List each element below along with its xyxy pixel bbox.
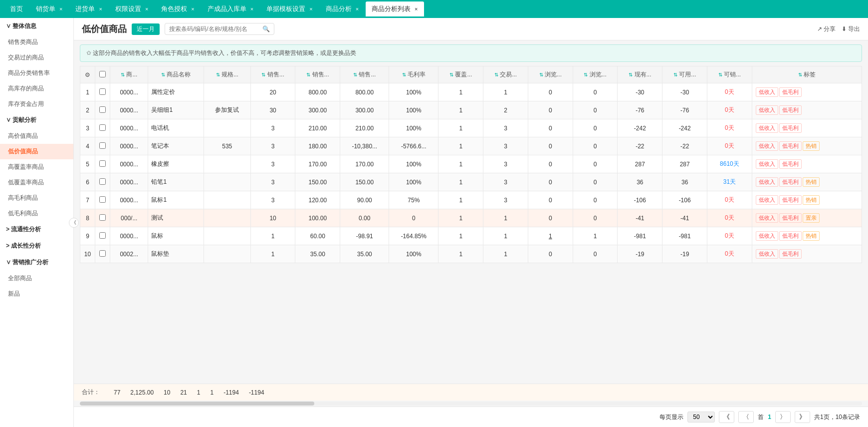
close-icon[interactable]: × [99,6,102,12]
nav-product-analysis[interactable]: 商品分析 × [320,1,365,16]
next-page-btn[interactable]: 〉 [775,411,791,423]
table-row: 7 0000... 鼠标1 3 120.00 90.00 75% 1 3 0 0… [80,191,862,209]
prev-page-btn[interactable]: 〈 [738,411,754,423]
share-btn[interactable]: ↗ 分享 [817,25,836,33]
sidebar-item-high-margin[interactable]: 高毛利商品 [0,190,73,206]
row-checkbox[interactable] [95,209,110,227]
sidebar-item-high-coverage[interactable]: 高覆盖率商品 [0,159,73,175]
sidebar-item-low-margin[interactable]: 低毛利商品 [0,206,73,221]
search-box[interactable]: 🔍 [165,23,274,35]
row-tags: 低收入低毛利热销 [752,191,862,209]
row-name: 鼠标1 [148,191,204,209]
col-spec[interactable]: ⇅ 规格... [204,66,250,83]
row-browse1: 0 [528,137,573,155]
row-checkbox[interactable] [95,173,110,191]
row-name: 鼠标 [148,227,204,245]
row-select-checkbox[interactable] [99,214,106,221]
row-checkbox[interactable] [95,101,110,119]
sidebar-item-new-products[interactable]: 新品 [0,286,73,302]
page-size-select[interactable]: 50 100 200 [687,412,715,423]
table-area[interactable]: ⚙ ⇅ 商... ⇅ 商品名称 ⇅ 规格... ⇅ 销售... ⇅ 销售... … [74,66,868,384]
nav-home[interactable]: 首页 [4,1,29,16]
close-icon[interactable]: × [145,6,148,12]
row-checkbox[interactable] [95,119,110,137]
sidebar-group-flow[interactable]: > 流通性分析 [0,221,73,238]
row-select-checkbox[interactable] [99,250,106,257]
table-row: 3 0000... 电话机 3 210.00 210.00 100% 1 3 0… [80,119,862,137]
nav-template[interactable]: 单据模板设置 × [260,1,318,16]
col-margin[interactable]: ⇅ 毛利率 [389,66,438,83]
close-icon[interactable]: × [59,6,62,12]
nav-product-list[interactable]: 商品分析列表 × [366,1,424,16]
row-qty: 3 [250,173,295,191]
sidebar-item-high-stock[interactable]: 高库存的商品 [0,81,73,96]
sidebar-group-contribution[interactable]: ∨ 贡献分析 [0,112,73,128]
row-select-checkbox[interactable] [99,142,106,149]
col-qty[interactable]: ⇅ 销售... [250,66,295,83]
row-checkbox[interactable] [95,137,110,155]
row-select-checkbox[interactable] [99,196,106,203]
footer-cover: 10 [164,389,170,396]
sidebar-collapse-btn[interactable]: 《 [69,218,79,228]
row-price: 180.00 [295,137,340,155]
nav-sales[interactable]: 销货单 × [30,1,68,16]
close-icon[interactable]: × [191,6,194,12]
row-code: 0000... [110,227,148,245]
col-tags[interactable]: ⇅ 标签 [752,66,862,83]
row-select-checkbox[interactable] [99,232,106,239]
row-spec: 参加复试 [204,101,250,119]
sidebar-item-stock-fund[interactable]: 库存资金占用 [0,96,73,112]
row-spec [204,227,250,245]
settings-icon[interactable]: ⚙ [85,71,90,78]
sidebar-group-overall[interactable]: ∨ 整体信息 [0,18,73,34]
col-price[interactable]: ⇅ 销售... [295,66,340,83]
row-select-checkbox[interactable] [99,124,106,131]
sidebar-item-high-value[interactable]: 高价值商品 [0,128,73,144]
search-icon[interactable]: 🔍 [262,25,270,32]
sidebar-item-category-rate[interactable]: 商品分类销售率 [0,65,73,81]
filter-recent-btn[interactable]: 近一月 [132,23,160,35]
last-page-btn[interactable]: 》 [795,411,810,423]
row-checkbox[interactable] [95,83,110,101]
row-select-checkbox[interactable] [99,106,106,113]
search-input[interactable] [169,25,260,32]
col-code[interactable]: ⇅ 商... [110,66,148,83]
browse-link[interactable]: 1 [549,233,552,240]
sidebar-group-marketing[interactable]: ∨ 营销推广分析 [0,254,73,271]
col-cover[interactable]: ⇅ 覆盖... [438,66,483,83]
sidebar-item-low-coverage[interactable]: 低覆盖率商品 [0,175,73,190]
row-select-checkbox[interactable] [99,88,106,95]
col-browse1[interactable]: ⇅ 浏览... [528,66,573,83]
close-icon[interactable]: × [415,6,418,12]
row-checkbox[interactable] [95,155,110,173]
sidebar-item-traded[interactable]: 交易过的商品 [0,50,73,65]
close-icon[interactable]: × [356,6,359,12]
nav-product-in[interactable]: 产成品入库单 × [202,1,259,16]
nav-permission[interactable]: 权限设置 × [109,1,154,16]
col-amount[interactable]: ⇅ 销售... [340,66,389,83]
export-btn[interactable]: ⬇ 导出 [842,25,860,33]
sidebar-item-low-value[interactable]: 低价值商品 [0,144,73,159]
row-checkbox[interactable] [95,191,110,209]
col-browse2[interactable]: ⇅ 浏览... [573,66,618,83]
first-page-btn[interactable]: 《 [719,411,734,423]
row-select-checkbox[interactable] [99,160,106,167]
sidebar-group-growth[interactable]: > 成长性分析 [0,238,73,254]
sidebar-item-all-products[interactable]: 全部商品 [0,271,73,286]
col-name[interactable]: ⇅ 商品名称 [148,66,204,83]
col-stock[interactable]: ⇅ 现有... [618,66,662,83]
select-all-checkbox[interactable] [99,71,106,77]
scrollbar-thumb[interactable] [80,402,314,406]
close-icon[interactable]: × [309,6,312,12]
row-checkbox[interactable] [95,227,110,245]
close-icon[interactable]: × [250,6,253,12]
nav-purchase[interactable]: 进货单 × [69,1,108,16]
col-days[interactable]: ⇅ 可销... [707,66,752,83]
col-avail[interactable]: ⇅ 可用... [662,66,707,83]
row-checkbox[interactable] [95,245,110,263]
col-trade[interactable]: ⇅ 交易... [483,66,528,83]
sidebar-item-sales-category[interactable]: 销售类商品 [0,34,73,50]
horizontal-scrollbar[interactable] [80,402,862,406]
nav-role[interactable]: 角色授权 × [155,1,200,16]
row-select-checkbox[interactable] [99,178,106,185]
